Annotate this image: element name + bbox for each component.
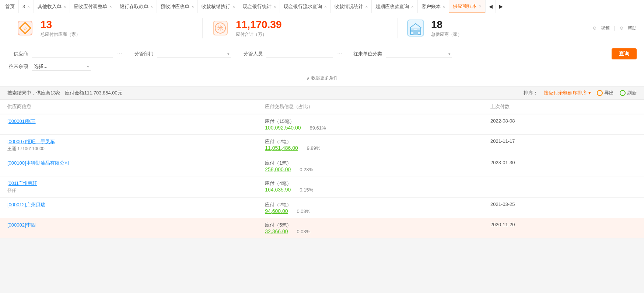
svg-rect-10 — [417, 30, 420, 32]
close-icon[interactable]: × — [365, 4, 368, 9]
nav-next-button[interactable]: ▶ — [496, 0, 506, 13]
query-button[interactable]: 查询 — [612, 48, 637, 59]
result-amount: 应付金额111,703,854.00元 — [65, 90, 122, 96]
table-row: [000002]李四 应付（5笔） 32,366.00 0.03% 2020-1… — [0, 218, 644, 238]
table-row: [000012]广州贝瑞 应付（2笔） 94,600.00 0.08% 2021… — [0, 198, 644, 218]
chevron-up-icon: ∧ — [307, 76, 310, 81]
top-navigation: 首页 3 × 其他收入单 × 应收应付调整单 × 银行存取款单 × 预收冲应收单… — [0, 0, 644, 13]
dept-label: 分管部门 — [133, 51, 154, 57]
table-row: [000001]张三 应付（15笔） 100,092,540.00 89.61%… — [0, 114, 644, 135]
payable-total-label: 应付合计（万） — [236, 31, 282, 38]
close-icon[interactable]: × — [324, 4, 326, 9]
pay-label: 应付（5笔） — [265, 222, 476, 228]
table-row: [000007]恒旺二手叉车 王通 17106110000 应付（2笔） 11,… — [0, 135, 644, 156]
supplier-link[interactable]: [001]广州荣轩 — [7, 180, 37, 186]
tab-receipt-stat[interactable]: 收款情况统计 × — [331, 0, 372, 13]
supplier-link[interactable]: [000001]张三 — [7, 118, 36, 124]
collapse-button[interactable]: ∧ 收起更多条件 — [7, 73, 637, 83]
refresh-button[interactable]: 刷新 — [620, 90, 637, 96]
svg-text:米: 米 — [217, 25, 223, 31]
pay-info-cell: 应付（4笔） 164,635.90 0.15% — [258, 176, 483, 198]
amount-link[interactable]: 100,092,540.00 — [265, 125, 301, 131]
payable-total-content: 11,170.39 应付合计（万） — [236, 18, 282, 38]
amount-link[interactable]: 258,000.00 — [265, 166, 291, 172]
col-pay-info: 应付交易信息（占比） — [258, 100, 483, 114]
supplier-dots-icon[interactable]: ··· — [117, 51, 122, 57]
close-icon[interactable]: × — [232, 4, 235, 9]
close-icon[interactable]: × — [443, 4, 445, 9]
supplier-link[interactable]: [000002]李四 — [7, 222, 36, 228]
total-suppliers-content: 18 总供应商（家） — [431, 18, 462, 38]
help-link[interactable]: 帮助 — [628, 25, 637, 31]
dept-select-wrap: ▾ — [157, 50, 231, 58]
filter-row-1: 供应商 ··· 分管部门 ▾ 分管人员 ··· 往来单位分类 ▾ 查询 — [7, 48, 637, 59]
percentage-text: 0.03% — [297, 229, 310, 234]
store-icon — [405, 18, 426, 38]
close-icon[interactable]: × — [192, 4, 194, 9]
tab-3[interactable]: 3 × — [19, 0, 34, 13]
supplier-info-cell: [000001]张三 — [0, 114, 258, 135]
svg-text:◇: ◇ — [24, 26, 27, 31]
amount-link[interactable]: 32,366.00 — [265, 228, 288, 234]
total-suppliers-label: 总供应商（家） — [431, 31, 462, 38]
last-payment-cell: 2022-08-08 — [483, 114, 644, 135]
nav-prev-button[interactable]: ◀ — [485, 0, 496, 13]
tab-overdue-ar[interactable]: 超期应收款查询 × — [372, 0, 417, 13]
tab-cash-flow-query[interactable]: 现金银行流水查询 × — [280, 0, 330, 13]
close-icon[interactable]: × — [479, 4, 481, 8]
supplier-link[interactable]: [000007]恒旺二手叉车 — [7, 139, 55, 144]
tab-cash-bank-stat[interactable]: 现金银行统计 × — [239, 0, 280, 13]
supplier-info-cell: [000100]本特勤油品有限公司 — [0, 156, 258, 176]
balance-label: 往来余额 — [7, 63, 28, 70]
last-payment-date: 2021-11-17 — [490, 138, 515, 144]
last-payment-cell: 2021-03-25 — [483, 198, 644, 218]
sort-button[interactable]: 按应付余额倒序排序 ▾ — [544, 90, 591, 96]
supplier-link[interactable]: [000012]广州贝瑞 — [7, 202, 45, 207]
close-icon[interactable]: × — [27, 4, 29, 9]
close-icon[interactable]: × — [151, 4, 153, 9]
pay-info-cell: 应付（5笔） 32,366.00 0.03% — [258, 218, 483, 238]
export-button[interactable]: 导出 — [597, 90, 614, 96]
summary-item-payable-total: 米 11,170.39 应付合计（万） — [202, 18, 398, 38]
pay-label: 应付（15笔） — [265, 118, 476, 125]
supplier-link[interactable]: [000100]本特勤油品有限公司 — [7, 160, 69, 166]
payable-suppliers-num: 13 — [41, 18, 80, 31]
svg-rect-9 — [411, 30, 414, 32]
tab-other-income[interactable]: 其他收入单 × — [34, 0, 70, 13]
amount-link[interactable]: 164,635.90 — [265, 187, 291, 193]
video-link[interactable]: 视频 — [601, 25, 610, 31]
person-input[interactable] — [266, 50, 333, 58]
supplier-info-cell: [000012]广州贝瑞 — [0, 198, 258, 218]
last-payment-date: 2022-08-08 — [490, 118, 515, 124]
tab-receipt-writeoff[interactable]: 收款核销执行 × — [198, 0, 239, 13]
tab-home[interactable]: 首页 — [1, 0, 19, 13]
amount-link[interactable]: 94,600.00 — [265, 208, 288, 214]
payable-suppliers-content: 13 总应付供应商（家） — [41, 18, 80, 38]
close-icon[interactable]: × — [411, 4, 413, 9]
last-payment-date: 2021-03-25 — [490, 201, 515, 207]
tab-bank-deposit[interactable]: 银行存取款单 × — [116, 0, 157, 13]
last-payment-date: 2020-11-20 — [490, 222, 515, 227]
tab-supplier-ledger[interactable]: 供应商账本 × — [449, 0, 485, 13]
close-icon[interactable]: × — [109, 4, 112, 9]
last-payment-cell: 2020-11-20 — [483, 218, 644, 238]
person-dots-icon[interactable]: ··· — [337, 51, 342, 57]
tab-advance-ar[interactable]: 预收冲应收单 × — [157, 0, 198, 13]
balance-select[interactable]: 选择... — [32, 62, 91, 70]
last-payment-cell — [483, 176, 644, 198]
supplier-input[interactable] — [32, 50, 113, 58]
table-row: [001]广州荣轩 仔仔 应付（4笔） 164,635.90 0.15% — [0, 176, 644, 198]
play-icon: ⊙ — [593, 25, 596, 31]
close-icon[interactable]: × — [274, 4, 276, 9]
tab-customer-ledger[interactable]: 客户账本 × — [418, 0, 449, 13]
supplier-table: 供应商信息 应付交易信息（占比） 上次付数 [000001]张三 应付（15笔）… — [0, 100, 644, 238]
amount-link[interactable]: 11,051,486.00 — [265, 145, 298, 151]
unit-type-select[interactable] — [386, 50, 452, 58]
tab-ar-ap-adjust[interactable]: 应收应付调整单 × — [70, 0, 116, 13]
summary-item-total-suppliers: 18 总供应商（家） — [398, 18, 593, 38]
summary-bar: ◇ 13 总应付供应商（家） 米 11,170.39 应付合计（万） — [0, 13, 644, 43]
sort-label: 排序： — [524, 90, 538, 96]
close-icon[interactable]: × — [64, 4, 66, 9]
dept-select[interactable] — [157, 50, 231, 58]
balance-select-wrap: 选择... ▾ — [32, 62, 91, 70]
